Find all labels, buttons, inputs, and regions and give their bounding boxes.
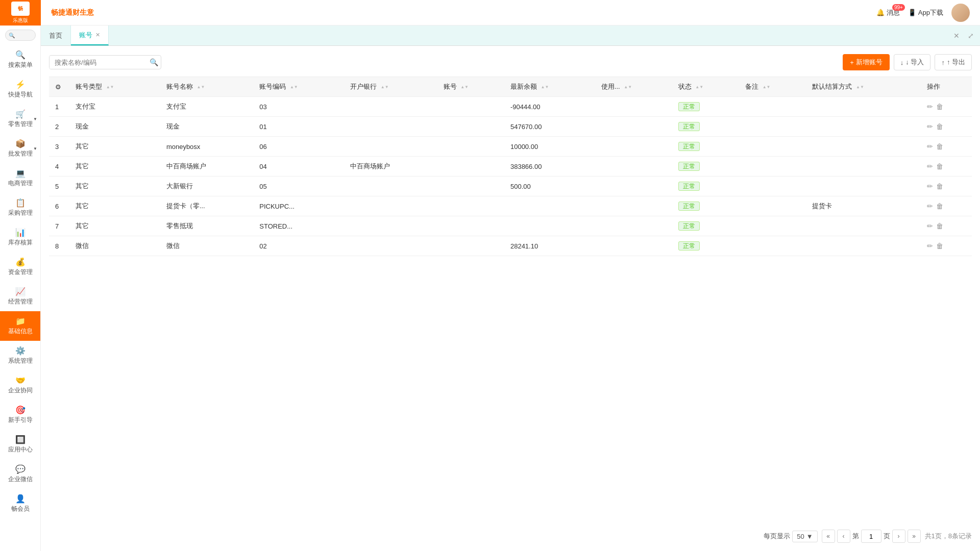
- sidebar-item-ecommerce[interactable]: 💻 电商管理: [0, 163, 40, 193]
- delete-button[interactable]: 🗑: [936, 142, 943, 151]
- sidebar-item-label: 批发管理: [8, 149, 33, 158]
- delete-button[interactable]: 🗑: [936, 202, 943, 210]
- message-button[interactable]: 🔔 消息 99+: [876, 8, 900, 17]
- cell-bank: [344, 236, 437, 256]
- table-header-balance[interactable]: 最新余额 ▲▼: [504, 77, 595, 97]
- cell-action: ✏ 🗑: [921, 216, 972, 236]
- search-input[interactable]: [50, 56, 145, 69]
- page-size-value: 50: [797, 533, 804, 540]
- sidebar-item-operations[interactable]: 📈 经营管理: [0, 282, 40, 311]
- delete-button[interactable]: 🗑: [936, 162, 943, 170]
- cell-usage: [595, 236, 672, 256]
- page-input[interactable]: [861, 530, 881, 543]
- sidebar-search-box[interactable]: 🔍: [5, 30, 36, 41]
- sidebar-item-wholesale[interactable]: 📦 批发管理 ▼: [0, 134, 40, 163]
- cell-code: 06: [253, 137, 344, 157]
- finance-icon: 💰: [15, 257, 26, 267]
- first-page-button[interactable]: «: [822, 530, 835, 543]
- table-header-account[interactable]: 账号 ▲▼: [437, 77, 504, 97]
- cell-status: 正常: [672, 137, 739, 157]
- tab-close-button[interactable]: ✕: [95, 32, 100, 38]
- cell-code: 02: [253, 236, 344, 256]
- cell-index: 3: [49, 137, 69, 157]
- sidebar-item-new-guide[interactable]: 🎯 新手引导: [0, 400, 40, 430]
- tab-expand-button[interactable]: ⤢: [966, 31, 976, 41]
- last-page-button[interactable]: »: [908, 530, 921, 543]
- delete-button[interactable]: 🗑: [936, 222, 943, 230]
- page-size-dropdown[interactable]: 50 ▼: [792, 531, 817, 542]
- edit-button[interactable]: ✏: [927, 222, 933, 230]
- next-page-button[interactable]: ›: [892, 530, 905, 543]
- export-button[interactable]: ↑ ↑ 导出: [935, 54, 972, 70]
- col-usage-label: 使用...: [601, 83, 620, 90]
- edit-button[interactable]: ✏: [927, 122, 933, 131]
- sidebar-item-inventory[interactable]: 📊 库存核算: [0, 222, 40, 252]
- main-area: 畅捷通财生意 🔔 消息 99+ 📱 App下载 首页 账号 ✕ ✕ ⤢: [41, 0, 980, 551]
- cell-default-payment: [806, 137, 920, 157]
- topbar-left: 畅捷通财生意: [51, 8, 94, 17]
- search-box[interactable]: 🔍: [49, 55, 161, 69]
- sort-icons: ▲▼: [381, 85, 389, 89]
- edit-button[interactable]: ✏: [927, 182, 933, 190]
- table-header-remark[interactable]: 备注 ▲▼: [739, 77, 806, 97]
- tab-home[interactable]: 首页: [41, 26, 71, 45]
- ecommerce-icon: 💻: [15, 168, 26, 178]
- cell-index: 4: [49, 157, 69, 177]
- sidebar-item-search[interactable]: 🔍 搜索菜单: [0, 45, 40, 74]
- cell-bank: [344, 177, 437, 196]
- table-header-usage[interactable]: 使用... ▲▼: [595, 77, 672, 97]
- table-header-status[interactable]: 状态 ▲▼: [672, 77, 739, 97]
- sidebar-item-finance[interactable]: 💰 资金管理: [0, 252, 40, 282]
- sidebar-item-member[interactable]: 👤 畅会员: [0, 489, 40, 518]
- sidebar-item-system[interactable]: ⚙️ 系统管理: [0, 341, 40, 370]
- sidebar-item-purchase[interactable]: 📋 采购管理: [0, 193, 40, 222]
- sidebar-item-app-center[interactable]: 🔲 应用中心: [0, 430, 40, 459]
- table-header-gear[interactable]: ⚙: [49, 77, 69, 97]
- edit-button[interactable]: ✏: [927, 242, 933, 250]
- search-button[interactable]: 🔍: [145, 56, 161, 69]
- col-code-label: 账号编码: [259, 83, 286, 90]
- sidebar-item-enterprise-wechat[interactable]: 💬 企业微信: [0, 459, 40, 489]
- logo-icon: 畅: [11, 2, 30, 16]
- edit-button[interactable]: ✏: [927, 162, 933, 170]
- add-account-button[interactable]: + 新增账号: [843, 54, 890, 70]
- import-button[interactable]: ↓ ↓ 导入: [894, 54, 931, 70]
- cell-remark: [739, 216, 806, 236]
- edit-button[interactable]: ✏: [927, 202, 933, 210]
- cell-balance: 383866.00: [504, 157, 595, 177]
- table-header-type[interactable]: 账号类型 ▲▼: [69, 77, 160, 97]
- delete-button[interactable]: 🗑: [936, 122, 943, 131]
- prev-page-button[interactable]: ‹: [837, 530, 850, 543]
- sort-icons: ▲▼: [106, 85, 114, 89]
- sidebar-item-enterprise-collab[interactable]: 🤝 企业协同: [0, 370, 40, 400]
- tab-close-all-button[interactable]: ✕: [951, 31, 962, 41]
- sidebar-item-retail[interactable]: 🛒 零售管理 ▼: [0, 104, 40, 134]
- sidebar-item-label: 采购管理: [8, 209, 33, 217]
- edit-button[interactable]: ✏: [927, 142, 933, 151]
- search-menu-icon: 🔍: [15, 50, 26, 60]
- table-header-default-payment[interactable]: 默认结算方式 ▲▼: [806, 77, 920, 97]
- edit-button[interactable]: ✏: [927, 103, 933, 111]
- cell-remark: [739, 177, 806, 196]
- cell-account: [437, 137, 504, 157]
- table-row: 2 现金 现金 01 547670.00 正常 ✏ 🗑: [49, 117, 972, 137]
- cell-usage: [595, 97, 672, 117]
- total-info: 共1页，8条记录: [925, 532, 972, 541]
- import-label: ↓ 导入: [905, 58, 924, 67]
- app-center-icon: 🔲: [15, 435, 26, 444]
- cell-balance: [504, 196, 595, 216]
- sidebar-item-quick-nav[interactable]: ⚡ 快捷导航: [0, 74, 40, 104]
- user-avatar[interactable]: [951, 4, 970, 22]
- table-row: 8 微信 微信 02 28241.10 正常 ✏ 🗑: [49, 236, 972, 256]
- tab-account[interactable]: 账号 ✕: [71, 26, 109, 45]
- download-button[interactable]: 📱 App下载: [908, 8, 943, 17]
- page-size-select: 每页显示 50 ▼: [764, 531, 817, 542]
- delete-button[interactable]: 🗑: [936, 242, 943, 250]
- delete-button[interactable]: 🗑: [936, 182, 943, 190]
- table-header-name[interactable]: 账号名称 ▲▼: [160, 77, 253, 97]
- delete-button[interactable]: 🗑: [936, 103, 943, 111]
- sidebar-item-basic-info[interactable]: 📁 基础信息: [0, 311, 40, 341]
- cell-remark: [739, 196, 806, 216]
- table-header-bank[interactable]: 开户银行 ▲▼: [344, 77, 437, 97]
- table-header-code[interactable]: 账号编码 ▲▼: [253, 77, 344, 97]
